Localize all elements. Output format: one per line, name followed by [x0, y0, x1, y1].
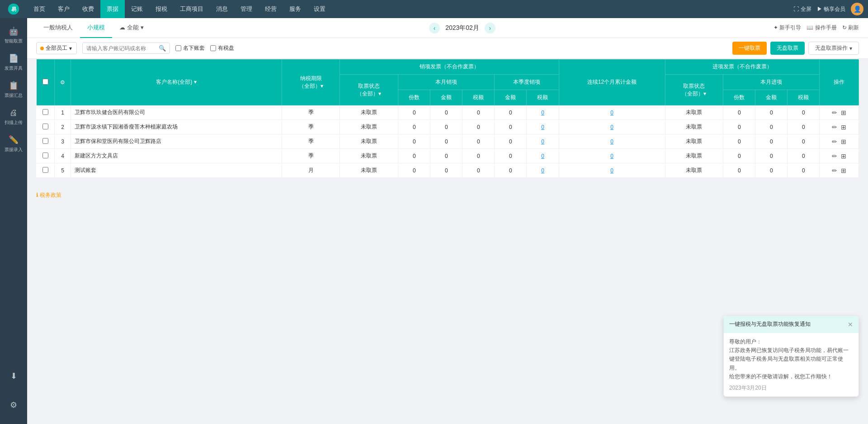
sales-status-filter-icon[interactable]: ▾: [378, 91, 381, 97]
edit-icon-0[interactable]: ✏: [832, 109, 837, 116]
ticket-entry-icon: ✏️: [9, 135, 19, 145]
col-header-period: 纳税期限（全部）▾: [282, 59, 340, 105]
download-icon: ⬇: [10, 371, 17, 381]
row-index-1: 2: [55, 120, 71, 134]
edit-icon-4[interactable]: ✏: [832, 167, 837, 174]
notification-body: 尊敬的用户： 江苏政务网已恢复访问电子税务局功能，易代账一键登陆电子税务局与无盘…: [724, 333, 859, 396]
nav-home[interactable]: 首页: [27, 0, 52, 18]
row-actions-4: ✏ ⊞: [820, 163, 859, 178]
row-actions-0: ✏ ⊞: [820, 105, 859, 120]
search-icon[interactable]: 🔍: [159, 45, 166, 52]
col-header-month-sales: 本月销项: [398, 75, 495, 90]
row-purchase-month-count-1: 0: [723, 120, 755, 134]
row-purchase-month-amount-0: 0: [755, 105, 788, 120]
notification-header: 一键报税与无盘取票功能恢复通知 ✕: [724, 316, 859, 333]
row-checkbox-0[interactable]: [42, 109, 48, 115]
col-header-action: 操作: [820, 59, 859, 105]
row-checkbox-2[interactable]: [42, 138, 48, 144]
sidebar-item-download[interactable]: ⬇: [1, 363, 26, 389]
nav-customer[interactable]: 客户: [52, 0, 76, 18]
my-account-checkbox[interactable]: [175, 45, 181, 51]
row-name-2: 卫辉市保和堂医药有限公司卫辉路店: [71, 134, 282, 149]
row-accum-amount-1: 0: [559, 120, 665, 134]
one-click-ticket-btn[interactable]: 一键取票: [732, 42, 767, 55]
row-index-0: 1: [55, 105, 71, 120]
sidebar-item-ticket-entry[interactable]: ✏️ 票据录入: [1, 131, 26, 157]
nav-message[interactable]: 消息: [210, 0, 234, 18]
row-sales-month-amount-4: 0: [430, 163, 462, 178]
app-logo[interactable]: 易: [5, 0, 23, 18]
date-navigation: ‹ 2023年02月 ›: [151, 23, 774, 33]
sidebar-item-ticket-summary[interactable]: 📋 票据汇总: [1, 77, 26, 102]
more-icon-4[interactable]: ⊞: [841, 167, 846, 174]
new-guide-btn[interactable]: ✦ 新手引导: [774, 24, 801, 32]
nav-invoice[interactable]: 票据: [100, 0, 125, 18]
my-account-label: 名下账套: [183, 44, 205, 52]
my-account-filter[interactable]: 名下账套: [175, 44, 205, 52]
info-icon: ℹ: [36, 192, 38, 198]
diskless-ticket-btn[interactable]: 无盘取票: [770, 42, 805, 55]
row-purchase-month-tax-2: 0: [788, 134, 820, 149]
table-row: 1 卫辉市玖玖健合医药有限公司 季 未取票 0 0 0 0 0 0 未取票 0 …: [37, 105, 859, 120]
fullscreen-btn[interactable]: ⛶ 全屏: [793, 5, 811, 13]
nav-settings[interactable]: 设置: [307, 0, 332, 18]
purchase-status-filter-icon[interactable]: ▾: [703, 91, 706, 97]
tab-small-scale[interactable]: 小规模: [80, 18, 112, 38]
sidebar-item-invoice-open-label: 发票开具: [5, 65, 23, 71]
manual-btn[interactable]: 📖 操作手册: [807, 24, 836, 32]
col-header-settings: ⚙: [55, 59, 71, 105]
row-index-4: 5: [55, 163, 71, 178]
row-purchase-month-amount-1: 0: [755, 120, 788, 134]
sidebar-item-invoice-open[interactable]: 📄 发票开具: [1, 50, 26, 75]
nav-operation[interactable]: 经营: [259, 0, 283, 18]
more-icon-0[interactable]: ⊞: [841, 109, 846, 116]
row-sales-month-count-0: 0: [398, 105, 430, 120]
more-icon-3[interactable]: ⊞: [841, 152, 846, 160]
edit-icon-3[interactable]: ✏: [832, 152, 837, 160]
sidebar-item-smart-ticket[interactable]: 🤖 智能取票: [1, 23, 26, 48]
tax-policy-link[interactable]: ℹ 税务政策: [27, 187, 868, 204]
col-header-sales-month-tax: 税额: [462, 90, 495, 105]
row-purchase-month-count-3: 0: [723, 149, 755, 163]
user-avatar[interactable]: 👤: [851, 3, 863, 15]
notification-close-btn[interactable]: ✕: [848, 319, 853, 329]
employee-select[interactable]: 全部员工 ▾: [36, 42, 77, 54]
row-accum-amount-4: 0: [559, 163, 665, 178]
next-month-btn[interactable]: ›: [485, 23, 495, 33]
diskless-operation-btn[interactable]: 无盘取票操作 ▾: [808, 42, 859, 55]
sidebar-item-config[interactable]: ⚙: [1, 392, 26, 418]
tab-general-taxpayer[interactable]: 一般纳税人: [36, 18, 80, 38]
row-checkbox-3[interactable]: [42, 152, 48, 158]
col-header-customer: 客户名称(全部) ▾: [71, 59, 282, 105]
nav-service[interactable]: 服务: [283, 0, 307, 18]
row-checkbox-4[interactable]: [42, 167, 48, 173]
more-icon-2[interactable]: ⊞: [841, 138, 846, 145]
sidebar-item-scan-upload[interactable]: 🖨 扫描上传: [1, 104, 26, 129]
row-checkbox-1[interactable]: [42, 124, 48, 129]
tax-disk-filter[interactable]: 有税盘: [210, 44, 234, 52]
period-filter-icon[interactable]: ▾: [321, 83, 323, 89]
more-icon-1[interactable]: ⊞: [841, 124, 846, 131]
member-btn[interactable]: ▶ 畅享会员: [817, 5, 845, 13]
customer-filter-icon[interactable]: ▾: [194, 79, 197, 85]
edit-icon-2[interactable]: ✏: [832, 138, 837, 145]
nav-fee[interactable]: 收费: [76, 0, 100, 18]
nav-manage[interactable]: 管理: [234, 0, 259, 18]
nav-bookkeeping[interactable]: 记账: [125, 0, 149, 18]
invoice-table: ⚙ 客户名称(全部) ▾ 纳税期限（全部）▾ 销项发票（不合作废票） 连续12个…: [36, 59, 859, 178]
row-purchase-status-3: 未取票: [665, 149, 723, 163]
prev-month-btn[interactable]: ‹: [429, 23, 440, 33]
nav-business[interactable]: 工商项目: [174, 0, 210, 18]
notification-greeting: 尊敬的用户：: [729, 338, 853, 346]
row-sales-season-tax-0: 0: [527, 105, 559, 120]
refresh-btn[interactable]: ↻ 刷新: [842, 24, 859, 32]
tab-omnipotent[interactable]: ☁ 全能 ▾: [112, 18, 151, 38]
nav-tax[interactable]: 报税: [149, 0, 174, 18]
search-input[interactable]: [86, 45, 159, 52]
col-header-accum: 连续12个月累计金额: [559, 59, 665, 105]
tax-disk-checkbox[interactable]: [210, 45, 216, 51]
row-sales-month-tax-3: 0: [462, 149, 495, 163]
select-all-checkbox[interactable]: [42, 79, 48, 85]
edit-icon-1[interactable]: ✏: [832, 124, 837, 131]
sub-navigation: 一般纳税人 小规模 ☁ 全能 ▾ ‹ 2023年02月 › ✦ 新手引导 📖 操…: [27, 18, 868, 38]
